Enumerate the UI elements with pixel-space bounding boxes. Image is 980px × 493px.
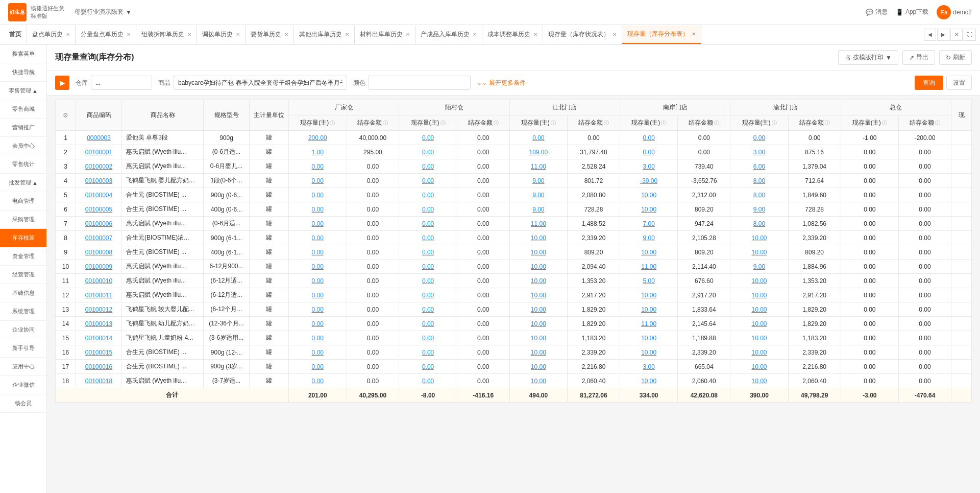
tab-prev-arrow[interactable]: ◀: [924, 29, 936, 41]
cell-code: 00100002: [76, 159, 122, 174]
cell-na-amt: 1,833.64: [678, 302, 730, 317]
close-icon[interactable]: ✕: [612, 32, 617, 37]
sidebar-item-purchase[interactable]: 采购管理: [0, 210, 46, 229]
app-download-btn[interactable]: 📱 App下载: [896, 8, 928, 16]
close-icon[interactable]: ✕: [473, 32, 477, 37]
tab-material-outbound[interactable]: 材料出库单历史 ✕: [355, 26, 415, 44]
tab-expand-icon[interactable]: ⛶: [964, 29, 976, 41]
sidebar-item-wholesale[interactable]: 批发管理 ▲: [0, 174, 46, 192]
close-icon[interactable]: ✕: [345, 32, 349, 37]
sidebar-item-enterprise[interactable]: 企业协同: [0, 321, 46, 339]
cell-extra: [951, 202, 972, 217]
table-row: 9 00100008 合生元 (BIOSTIME) ... 400g (6-1.…: [56, 245, 972, 260]
message-btn[interactable]: 💬 消息: [866, 8, 888, 16]
sidebar-item-guide[interactable]: 新手引导: [0, 339, 46, 358]
sidebar-item-retail-mall[interactable]: 零售商城: [0, 100, 46, 119]
setting-button[interactable]: 设置: [946, 76, 972, 90]
search-button[interactable]: 查询: [915, 76, 943, 90]
sidebar-item-search[interactable]: 搜索英单: [0, 45, 46, 63]
cell-yb-qty: 6.00: [730, 159, 789, 174]
cell-jb-qty: 10.00: [509, 274, 568, 288]
cell-index: 18: [56, 374, 76, 388]
cell-spec: (6-12个月...: [204, 302, 250, 317]
cell-na-amt: 2,917.20: [678, 288, 730, 302]
color-input[interactable]: [369, 76, 471, 90]
cell-jb-amt: 2,917.20: [568, 288, 620, 302]
sidebar-item-ecommerce[interactable]: 电商管理: [0, 192, 46, 210]
tab-close-icon[interactable]: ✕: [950, 29, 963, 41]
sidebar-item-quicknav[interactable]: 快捷导航: [0, 63, 46, 82]
sidebar-item-finance[interactable]: 资金管理: [0, 247, 46, 266]
cell-yb-amt: 0.00: [788, 131, 841, 145]
warehouse-filter: 仓库: [76, 76, 152, 90]
cell-yb-amt: 1,379.04: [788, 159, 841, 174]
gear-icon[interactable]: ⚙: [63, 112, 68, 119]
filter-expand-btn[interactable]: ▶: [55, 76, 69, 90]
color-label: 颜色: [353, 79, 365, 87]
cell-spec: (0-6月适...: [204, 217, 250, 231]
summary-jb-amt: 81,272.06: [568, 388, 620, 403]
cell-jb-qty: 10.00: [509, 302, 568, 317]
tab-split-stocktake[interactable]: 分量盘点单历史 ✕: [76, 26, 136, 44]
tab-assembly[interactable]: 组装拆卸单历史 ✕: [136, 26, 197, 44]
expand-more-btn[interactable]: ⌄⌄ 展开更多条件: [477, 79, 526, 87]
close-icon[interactable]: ✕: [533, 32, 537, 37]
export-button[interactable]: ↗ 导出: [902, 50, 935, 65]
product-input[interactable]: [174, 76, 347, 90]
tab-transfer[interactable]: 调拨单历史 ✕: [197, 26, 246, 44]
table-row: 18 00100018 惠氏启賦 (Wyeth illu... (3-7岁适..…: [56, 374, 972, 388]
sidebar-item-retail-stats[interactable]: 零售统计: [0, 155, 46, 174]
tab-product-inbound[interactable]: 产成品入库单历史 ✕: [415, 26, 482, 44]
user-avatar[interactable]: Ea demo2: [937, 5, 972, 19]
summary-yb-qty: 390.00: [730, 388, 789, 403]
cell-extra: [951, 345, 972, 360]
cell-name: 惠氏启賦 (Wyeth illu...: [122, 145, 204, 159]
close-icon[interactable]: ✕: [127, 32, 131, 37]
cell-yb-amt: 2,339.20: [788, 231, 841, 245]
cell-na-qty: 10.00: [620, 374, 678, 388]
tab-inventory-status[interactable]: 现存量（库存状况表） ✕: [543, 26, 622, 44]
cell-jb-qty: 10.00: [509, 260, 568, 274]
close-icon[interactable]: ✕: [66, 32, 70, 37]
tab-outbound-history[interactable]: 其他出库单历史 ✕: [294, 26, 355, 44]
cell-na-amt: 2,145.64: [678, 317, 730, 331]
cell-yb-qty: 10.00: [730, 345, 789, 360]
tab-stocktake-history[interactable]: 盘点单历史 ✕: [27, 26, 76, 44]
sidebar-item-inventory[interactable]: 库存核算: [0, 229, 46, 247]
close-icon[interactable]: ✕: [406, 32, 410, 37]
close-icon[interactable]: ✕: [187, 32, 191, 37]
top-right-actions: 💬 消息 📱 App下载 Ea demo2: [866, 5, 972, 19]
cell-code: 00100001: [76, 145, 122, 159]
refresh-button[interactable]: ↻ 刷新: [939, 50, 972, 65]
cell-spec: 400g (6-1...: [204, 245, 250, 260]
close-icon[interactable]: ✕: [236, 32, 240, 37]
sidebar-item-marketing[interactable]: 营销推广: [0, 119, 46, 137]
info-icon: ⓘ: [935, 120, 940, 127]
sidebar-item-vip[interactable]: 畅会员: [0, 394, 46, 413]
industry-selector[interactable]: 母婴行业演示陈套 ▼: [75, 8, 132, 16]
tab-order-history[interactable]: 要货单历史 ✕: [246, 26, 294, 44]
sidebar-item-system[interactable]: 系统管理: [0, 302, 46, 321]
tab-home[interactable]: 首页: [4, 26, 27, 44]
cell-jb-amt: 2,080.80: [568, 188, 620, 202]
tab-inventory-distribution[interactable]: 现存量（库存分布表） ✕: [622, 26, 701, 44]
sidebar-item-retail-management[interactable]: 零售管理 ▲: [0, 82, 46, 100]
cell-index: 4: [56, 174, 76, 188]
sidebar-item-basic-info[interactable]: 基础信息: [0, 284, 46, 302]
close-icon[interactable]: ✕: [692, 31, 696, 37]
tab-cost-adjustment[interactable]: 成本调整单历史 ✕: [482, 26, 543, 44]
cell-total-qty: 0.00: [841, 274, 899, 288]
page-title: 现存量查询(库存分布): [55, 52, 134, 68]
close-icon[interactable]: ✕: [284, 32, 288, 37]
print-button[interactable]: 🖨 按模版打印 ▼: [838, 50, 898, 65]
summary-jb-qty: 494.00: [509, 388, 568, 403]
tab-next-arrow[interactable]: ▶: [937, 29, 949, 41]
cell-jb-amt: 2,339.20: [568, 345, 620, 360]
sidebar-item-app-center[interactable]: 应用中心: [0, 358, 46, 376]
chevron-down-icon: ⌄⌄: [477, 79, 487, 86]
sidebar-item-wechat[interactable]: 企业微信: [0, 376, 46, 394]
cell-cf-amt: 295.00: [347, 145, 399, 159]
sidebar-item-members[interactable]: 会员中心: [0, 137, 46, 155]
sidebar-item-operations[interactable]: 经营管理: [0, 266, 46, 284]
warehouse-input[interactable]: [91, 76, 152, 90]
